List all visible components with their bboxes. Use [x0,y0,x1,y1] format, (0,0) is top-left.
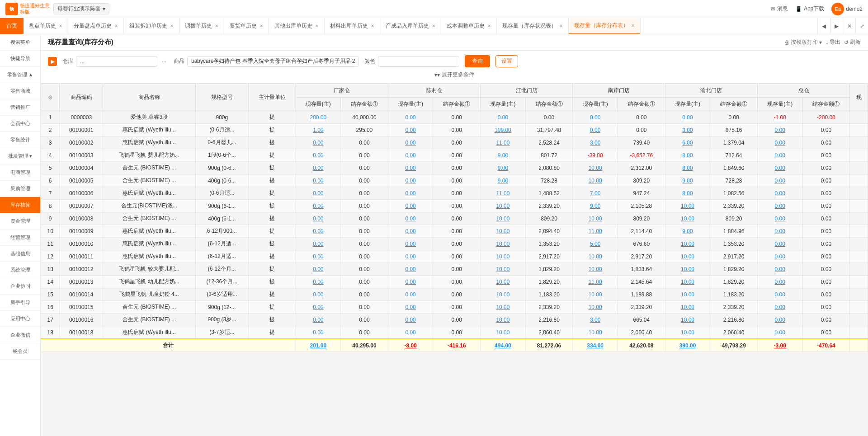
table-cell[interactable]: 9.00 [481,174,525,187]
table-cell[interactable]: 10.00 [481,250,525,263]
table-cell[interactable]: 0.00 [296,200,340,212]
table-cell[interactable]: 10.00 [573,301,618,314]
nav-tab-1[interactable]: 盘点单历史 ✕ [24,18,68,34]
table-cell[interactable]: 10.00 [665,263,710,276]
table-cell[interactable]: 5.00 [573,238,618,250]
sidebar-item-nav[interactable]: 快捷导航 [0,51,40,67]
table-cell[interactable]: 0.00 [758,200,802,212]
table-cell[interactable]: 0.00 [481,111,525,124]
nav-tab-2[interactable]: 分量盘点单历史 ✕ [68,18,124,34]
table-cell[interactable]: 10.00 [481,263,525,276]
refresh-button[interactable]: ↺ 刷新 [844,38,861,46]
nav-tab-home[interactable]: 首页 [0,18,24,34]
print-button[interactable]: 🖨 按模版打印 ▾ [784,38,822,46]
table-cell[interactable]: 0.00 [296,288,340,301]
close-tab-2[interactable]: ✕ [114,23,118,28]
table-cell[interactable]: 0.00 [758,225,802,238]
nav-tab-4[interactable]: 调拨单历史 ✕ [179,18,224,34]
sidebar-item-retail-mgmt[interactable]: 零售管理 ▲ [0,67,40,83]
table-cell[interactable]: 0.00 [758,187,802,200]
table-cell[interactable]: 0.00 [296,326,340,339]
table-cell[interactable]: 10.00 [573,326,618,339]
table-cell[interactable]: 9.00 [665,174,710,187]
table-cell[interactable]: 7.00 [573,187,618,200]
table-cell[interactable]: 0.00 [388,111,433,124]
table-cell[interactable]: 8.00 [665,162,710,174]
close-tab-4[interactable]: ✕ [215,23,218,28]
table-cell[interactable]: 10.00 [481,276,525,288]
table-cell[interactable]: 11.00 [481,187,525,200]
sidebar-item-members[interactable]: 会员中心 [0,116,40,132]
table-cell[interactable]: 6.00 [665,136,710,149]
summary-yb-qty[interactable]: 390.00 [665,339,710,352]
table-cell[interactable]: 0.00 [758,136,802,149]
table-cell[interactable]: 10.00 [665,288,710,301]
table-cell[interactable]: 9.00 [665,225,710,238]
sidebar-item-search[interactable]: 搜索英单 [0,34,40,51]
table-cell[interactable]: 10.00 [665,250,710,263]
nav-tab-6[interactable]: 其他出库单历史 ✕ [269,18,325,34]
table-cell[interactable]: 10.00 [573,212,618,225]
sidebar-item-operations[interactable]: 经营管理 [0,230,40,246]
nav-tab-5[interactable]: 要货单历史 ✕ [224,18,269,34]
table-cell[interactable]: 0.00 [388,124,433,136]
sidebar-item-members2[interactable]: 畅会员 [0,343,40,360]
export-button[interactable]: ↓ 导出 [826,38,840,46]
table-cell[interactable]: 0.00 [296,314,340,326]
table-cell[interactable]: 10.00 [665,314,710,326]
nav-next[interactable]: ▶ [830,18,843,34]
table-cell[interactable]: 10.00 [481,225,525,238]
table-cell[interactable]: 0.00 [758,314,802,326]
table-cell[interactable]: 0.00 [758,149,802,162]
close-tab-5[interactable]: ✕ [259,23,263,28]
table-cell[interactable]: 8.00 [665,187,710,200]
table-cell[interactable]: 0.00 [296,276,340,288]
table-cell[interactable]: 3.00 [665,124,710,136]
table-cell[interactable]: 9.00 [481,162,525,174]
table-cell[interactable]: 0.00 [388,162,433,174]
table-cell[interactable]: 0.00 [388,301,433,314]
table-cell[interactable]: 10.00 [665,276,710,288]
table-cell[interactable]: 0.00 [758,263,802,276]
table-cell[interactable]: 10.00 [573,174,618,187]
search-collapse-btn[interactable]: ▶ [48,57,57,66]
table-cell[interactable]: 0.00 [388,238,433,250]
table-cell[interactable]: 0.00 [388,136,433,149]
nav-expand[interactable]: ⤢ [855,18,868,34]
summary-na-qty[interactable]: 334.00 [573,339,618,352]
table-area[interactable]: ⚙ 商品编码 商品名称 规格型号 主计量单位 厂家仓 陈村仓 江北门店 南岸门店… [41,84,868,436]
table-cell[interactable]: 0.00 [296,149,340,162]
table-cell[interactable]: 11.00 [573,276,618,288]
table-cell[interactable]: 0.00 [388,174,433,187]
sidebar-item-collab[interactable]: 企业协同 [0,278,40,295]
table-cell[interactable]: 0.00 [296,187,340,200]
sidebar-item-inventory[interactable]: 库存核算 [0,197,40,213]
table-cell[interactable]: 0.00 [388,212,433,225]
table-cell[interactable]: 109.00 [481,124,525,136]
table-cell[interactable]: 10.00 [481,301,525,314]
table-cell[interactable]: 0.00 [388,326,433,339]
close-tab-8[interactable]: ✕ [432,23,435,28]
nav-prev[interactable]: ◀ [817,18,830,34]
message-button[interactable]: ✉ 消息 [771,5,788,13]
table-cell[interactable]: 0.00 [388,225,433,238]
table-cell[interactable]: 0.00 [758,276,802,288]
table-cell[interactable]: 3.00 [573,136,618,149]
sidebar-item-retail-store[interactable]: 零售商城 [0,83,40,99]
summary-jb-qty[interactable]: 494.00 [481,339,525,352]
nav-tab-8[interactable]: 产成品入库单历史 ✕ [380,18,441,34]
th-gear[interactable]: ⚙ [41,84,60,111]
table-cell[interactable]: 10.00 [481,288,525,301]
close-tab-9[interactable]: ✕ [487,23,491,28]
table-cell[interactable]: 8.00 [665,149,710,162]
user-profile[interactable]: Ea demo2 [831,3,863,15]
search-button[interactable]: 查询 [465,55,490,67]
table-cell[interactable]: 0.00 [296,301,340,314]
table-cell[interactable]: 11.00 [573,225,618,238]
table-cell[interactable]: 0.00 [296,225,340,238]
table-cell[interactable]: 10.00 [573,288,618,301]
table-cell[interactable]: 0.00 [758,250,802,263]
close-tab-7[interactable]: ✕ [371,23,374,28]
sidebar-item-retail-stats[interactable]: 零售统计 [0,132,40,148]
sidebar-item-guide[interactable]: 新手引导 [0,295,40,311]
